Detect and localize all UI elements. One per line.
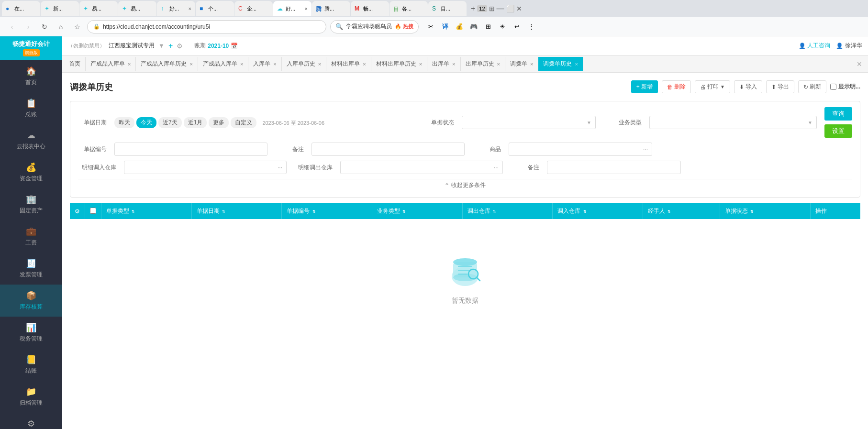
to-warehouse-filter-select[interactable]: ···: [340, 161, 503, 174]
goods-ellipsis[interactable]: ···: [643, 146, 648, 153]
wallet-btn[interactable]: 💰: [453, 21, 466, 33]
date-preset-7days[interactable]: 近7天: [158, 117, 182, 128]
tab-close-all[interactable]: ✕: [857, 60, 862, 68]
bookmark-btn[interactable]: ☆: [71, 21, 83, 33]
page-tab-1-close[interactable]: ×: [128, 61, 131, 67]
sidebar-item-ledger[interactable]: 📋 总账: [0, 92, 62, 124]
maximize-btn[interactable]: ⬜: [506, 5, 514, 12]
sidebar-item-tax[interactable]: 📊 税务管理: [0, 317, 62, 349]
minimize-btn[interactable]: —: [497, 4, 504, 13]
note2-filter-input[interactable]: [547, 161, 681, 174]
sidebar-item-archive[interactable]: 📁 归档管理: [0, 381, 62, 413]
page-tab-4[interactable]: 入库单 ×: [248, 57, 281, 71]
tab-close-8[interactable]: ×: [305, 6, 308, 11]
home-btn[interactable]: ⌂: [55, 21, 67, 33]
page-tab-2[interactable]: 产成品入库单历史 ×: [136, 57, 198, 71]
calendar-icon[interactable]: 📅: [231, 43, 238, 49]
sidebar-item-home[interactable]: 🏠 首页: [0, 60, 62, 92]
sort-biz-type-icon[interactable]: ⇅: [402, 209, 406, 214]
th-doc-date[interactable]: 单据日期 ⇅: [191, 203, 282, 219]
goods-filter-select[interactable]: ···: [509, 143, 652, 156]
page-tab-11[interactable]: 调拨单历史 ×: [538, 57, 583, 71]
import-btn[interactable]: ⬇ 导入: [734, 80, 762, 93]
page-tab-10[interactable]: 调拨单 ×: [505, 57, 538, 71]
sort-handler-icon[interactable]: ⇅: [668, 209, 671, 214]
theme-btn[interactable]: ☀: [496, 21, 509, 33]
biz-type-filter-select[interactable]: ▼: [649, 116, 817, 129]
search-bar[interactable]: 🔍 学霸应聘场驱鸟员 🔥 热搜: [330, 20, 419, 33]
company-settings-icon[interactable]: ⚙: [177, 42, 183, 50]
page-tab-6[interactable]: 材料出库单 ×: [326, 57, 371, 71]
sidebar-item-fixed-assets[interactable]: 🏢 固定资产: [0, 188, 62, 220]
th-out-warehouse[interactable]: 调出仓库 ⇅: [462, 203, 553, 219]
browser-tab-8[interactable]: ☁ 好... ×: [273, 1, 312, 16]
page-tab-4-close[interactable]: ×: [273, 61, 276, 67]
close-window-btn[interactable]: ✕: [516, 5, 522, 12]
gear-settings-icon[interactable]: ⚙: [75, 208, 80, 215]
history-fwd-btn[interactable]: ↩: [511, 21, 523, 33]
refresh-btn[interactable]: ↻: [38, 21, 51, 33]
sort-doc-type-icon[interactable]: ⇅: [132, 209, 135, 214]
date-preset-custom[interactable]: 自定义: [231, 117, 256, 128]
page-tab-2-close[interactable]: ×: [189, 61, 192, 67]
th-doc-type[interactable]: 单据类型 ⇅: [101, 203, 192, 219]
browser-tab-7[interactable]: C 企...: [234, 1, 273, 16]
sidebar-item-close-books[interactable]: 📒 结账: [0, 349, 62, 381]
note-filter-input[interactable]: [312, 143, 465, 156]
select-all-checkbox[interactable]: [90, 208, 96, 214]
browser-tab-10[interactable]: M 畅...: [351, 1, 389, 16]
page-tab-8-close[interactable]: ×: [452, 61, 455, 67]
filter-settings-btn[interactable]: 设置: [824, 124, 852, 138]
th-biz-type[interactable]: 业务类型 ⇅: [372, 203, 463, 219]
status-filter-select[interactable]: ▼: [462, 116, 596, 129]
th-doc-status[interactable]: 单据状态 ⇅: [720, 203, 810, 219]
scissors-btn[interactable]: ✂: [424, 21, 437, 33]
user-info[interactable]: 👤 徐泽华: [836, 42, 862, 50]
sort-out-warehouse-icon[interactable]: ⇅: [493, 209, 496, 214]
browser-tab-11[interactable]: 目 各...: [389, 1, 428, 16]
service-btn[interactable]: 👤 人工咨询: [799, 42, 830, 50]
sidebar-item-invoice[interactable]: 🧾 发票管理: [0, 253, 62, 285]
page-tab-10-close[interactable]: ×: [530, 61, 533, 67]
page-tab-9[interactable]: 出库单历史 ×: [461, 57, 505, 71]
company-dropdown-icon[interactable]: ▼: [158, 42, 165, 49]
sort-in-warehouse-icon[interactable]: ⇅: [583, 209, 587, 214]
sidebar-item-inventory[interactable]: 📦 库存核算: [0, 285, 62, 317]
show-all-toggle[interactable]: 显示明...: [830, 83, 860, 91]
browser-tab-1[interactable]: ● 在...: [2, 1, 40, 16]
sort-doc-status-icon[interactable]: ⇅: [750, 209, 754, 214]
sidebar-item-settings[interactable]: ⚙ 基础设置: [0, 413, 62, 429]
refresh-btn[interactable]: ↻ 刷新: [798, 80, 826, 93]
th-checkbox[interactable]: [85, 203, 101, 219]
to-warehouse-ellipsis[interactable]: ···: [494, 164, 499, 171]
page-tab-6-close[interactable]: ×: [363, 61, 366, 67]
th-gear[interactable]: ⚙: [70, 203, 85, 219]
sidebar-item-salary[interactable]: 💼 工资: [0, 220, 62, 253]
browser-tab-5[interactable]: ↑ 好... ×: [157, 1, 195, 16]
date-preset-today[interactable]: 今天: [136, 117, 156, 128]
page-tab-5-close[interactable]: ×: [318, 61, 321, 67]
sidebar-item-cloud-report[interactable]: ☁ 云报表中心: [0, 124, 62, 156]
print-dropdown-icon[interactable]: ▼: [720, 84, 725, 89]
date-preset-more[interactable]: 更多: [209, 117, 229, 128]
docnum-filter-input[interactable]: [114, 143, 267, 156]
page-tab-3-close[interactable]: ×: [240, 61, 243, 67]
page-tab-1[interactable]: 产成品入库单 ×: [86, 57, 136, 71]
add-company-btn[interactable]: +: [168, 42, 173, 50]
settings-ext-btn[interactable]: ⋮: [525, 21, 537, 33]
url-bar[interactable]: 🔒 https://cloud.chanjet.com/accounting/u…: [87, 20, 326, 33]
forward-btn[interactable]: ›: [22, 21, 34, 33]
browser-tab-6[interactable]: ■ 个...: [196, 1, 234, 16]
delete-btn[interactable]: 🗑 删除: [662, 80, 691, 93]
browser-tab-4[interactable]: ✦ 易...: [118, 1, 156, 16]
page-tab-8[interactable]: 出库单 ×: [427, 57, 460, 71]
th-handler[interactable]: 经手人 ⇅: [643, 203, 720, 219]
from-warehouse-ellipsis[interactable]: ···: [278, 164, 282, 171]
sidebar-logo[interactable]: 畅捷通好会计 旗舰版: [0, 36, 62, 60]
filter-collapse-btn[interactable]: ⌃ 收起更多条件: [445, 181, 486, 189]
new-btn[interactable]: + 新增: [631, 80, 658, 93]
query-btn[interactable]: 查询: [824, 107, 852, 121]
date-preset-1month[interactable]: 近1月: [184, 117, 207, 128]
page-tab-11-close[interactable]: ×: [575, 61, 578, 67]
page-tab-home[interactable]: 首页: [64, 57, 86, 71]
